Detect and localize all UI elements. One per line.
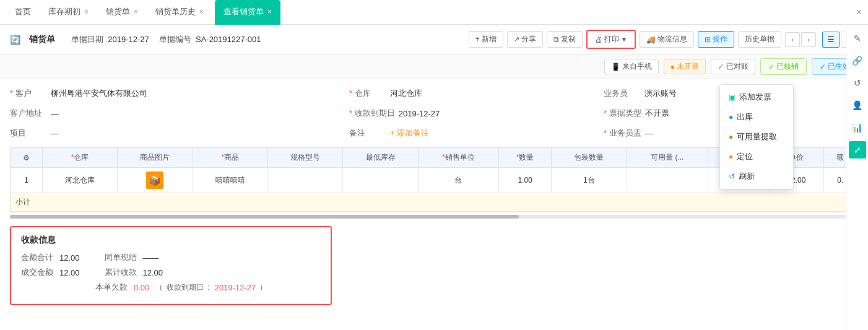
next-button[interactable]: ›: [801, 32, 816, 47]
menu-refresh[interactable]: ↺ 刷新: [720, 167, 793, 186]
payment-info-box: 收款信息 金额合计 12.00 同单现结 —— 成交金额 12.00 累计收款 …: [10, 226, 332, 305]
payment-row-1: 金额合计 12.00 同单现结 ——: [21, 252, 321, 263]
logistics-icon: 🚚: [646, 35, 656, 44]
payment-row-3: 本单欠款 0.00 （ 收款到期日 : 2019-12-27 ）: [21, 282, 321, 293]
outbound-icon: ●: [729, 113, 733, 121]
accumulated-field: 累计收款 12.00: [105, 267, 163, 278]
col-unit: *销售单位: [418, 148, 498, 168]
add-note-button[interactable]: + 添加备注: [386, 126, 436, 140]
agent-value: —: [641, 128, 691, 139]
tab-sales-order[interactable]: 销货单 ×: [97, 0, 147, 25]
menu-available-extract[interactable]: ● 可用量提取: [720, 127, 793, 147]
print-icon: 🖨: [595, 35, 602, 44]
total-amount-value: 12.00: [59, 253, 80, 263]
copy-button[interactable]: ⧉ 复制: [547, 31, 583, 48]
col-qty: *数量: [498, 148, 551, 168]
salesperson-value: 演示账号: [641, 87, 690, 100]
close-sales-history[interactable]: ×: [199, 7, 204, 16]
subtotal-row: 小计: [11, 193, 857, 212]
current-owed-field: 本单欠款 0.00 （ 收款到期日 : 2019-12-27 ）: [95, 282, 267, 293]
link-sidebar-icon[interactable]: 🔗: [849, 52, 866, 69]
payment-row-2: 成交金额 12.00 累计收款 12.00: [21, 267, 321, 278]
menu-add-invoice[interactable]: ▣ 添加发票: [720, 87, 793, 107]
print-button[interactable]: 🖨 打印 ▼: [589, 32, 633, 47]
doc-header: 🔄 销货单 单据日期 2019-12-27 单据编号 SA-20191227-0…: [0, 25, 868, 54]
locate-icon: ●: [729, 152, 733, 161]
number-label: 单据编号 SA-20191227-001: [159, 34, 261, 45]
menu-locate[interactable]: ● 定位: [720, 147, 793, 167]
sold-icon: ✓: [768, 63, 775, 71]
share-button[interactable]: ↗ 分享: [507, 31, 543, 48]
customer-field: * 客户 柳州粤港平安气体有限公司: [10, 87, 349, 100]
scroll-thumb: [10, 215, 519, 219]
close-sales-order[interactable]: ×: [134, 7, 138, 16]
transaction-amount-value: 12.00: [59, 268, 80, 277]
extract-icon: ●: [729, 132, 733, 141]
col-product: *商品: [193, 148, 267, 168]
doc-type-label: 销货单: [29, 34, 55, 45]
refresh-sidebar-icon[interactable]: ↺: [849, 74, 866, 92]
cell-pack-qty: 1台: [552, 168, 627, 193]
right-sidebar: ✎ 🔗 ↺ 👤 📊 ⤢: [846, 25, 868, 330]
menu-outbound[interactable]: ● 出库: [720, 107, 793, 127]
col-settings[interactable]: ⚙: [11, 148, 42, 168]
check-verified-button[interactable]: ✓ 已对账: [711, 59, 755, 74]
close-inventory-init[interactable]: ×: [84, 7, 89, 16]
cell-available: [627, 168, 708, 193]
horizontal-scrollbar[interactable]: [10, 215, 858, 219]
accumulated-value: 12.00: [143, 268, 163, 277]
sales-order-icon: 🔄: [10, 35, 20, 45]
add-invoice-icon: ▣: [729, 93, 736, 102]
from-mobile-button[interactable]: 📱 来自手机: [604, 59, 659, 74]
prev-button[interactable]: ‹: [785, 32, 800, 47]
number-value: SA-20191227-001: [196, 35, 261, 44]
ticket-type-value: 不开票: [641, 106, 691, 120]
current-owed-label: 本单欠款: [95, 282, 128, 293]
project-field: 项目 —: [10, 128, 349, 139]
settings-icon: ⚙: [23, 154, 30, 162]
note-field: 备注 + 添加备注: [349, 126, 604, 140]
tab-check-sales[interactable]: 查看销货单 ×: [215, 0, 280, 25]
total-amount-label: 金额合计: [21, 252, 53, 263]
operate-icon: ⊞: [705, 35, 711, 44]
cell-spec: [268, 168, 343, 193]
payment-title: 收款信息: [21, 235, 321, 246]
window-close-button[interactable]: ×: [856, 7, 862, 18]
tab-sales-history[interactable]: 销货单历史 ×: [147, 0, 212, 25]
check-label: 已对账: [726, 61, 749, 72]
edit-sidebar-icon[interactable]: ✎: [849, 30, 866, 47]
doc-meta: 单据日期 2019-12-27 单据编号 SA-20191227-001: [71, 34, 261, 45]
check-icon: ✓: [718, 62, 724, 71]
tab-inventory-init[interactable]: 库存期初 ×: [40, 0, 97, 25]
tab-home[interactable]: 首页: [6, 0, 40, 25]
list-view-button[interactable]: ☰: [822, 32, 840, 48]
expand-sidebar-icon[interactable]: ⤢: [849, 141, 866, 158]
warehouse-value: 河北仓库: [386, 87, 436, 100]
operate-button[interactable]: ⊞ 操作: [698, 31, 734, 48]
new-button[interactable]: + 新增: [469, 31, 503, 48]
cell-no: 1: [11, 168, 42, 193]
share-icon: ↗: [514, 35, 519, 43]
same-settlement-label: 同单现结: [105, 252, 137, 263]
close-check-sales[interactable]: ×: [267, 7, 272, 16]
cell-unit: 台: [418, 168, 498, 193]
history-button[interactable]: 历史单据: [738, 31, 781, 48]
total-amount-field: 金额合计 12.00: [21, 252, 80, 263]
address-value: —: [47, 108, 97, 119]
user-sidebar-icon[interactable]: 👤: [849, 97, 866, 114]
sold-out-button[interactable]: ✓ 已核销: [760, 58, 807, 75]
customer-value: 柳州粤港平安气体有限公司: [47, 87, 151, 100]
date-label: 单据日期 2019-12-27: [71, 34, 149, 45]
col-available: 可用量 (...: [627, 148, 708, 168]
header-actions: + 新增 ↗ 分享 ⧉ 复制 🖨 打印 ▼ 🚚 物流信息: [469, 30, 858, 49]
ticket-icon: ●: [671, 63, 675, 71]
graph-sidebar-icon[interactable]: 📊: [849, 119, 866, 136]
not-open-button[interactable]: ● 未开票: [664, 59, 706, 74]
col-warehouse: *仓库: [42, 148, 117, 168]
operate-dropdown-menu: ▣ 添加发票 ● 出库 ● 可用量提取 ● 定位 ↺ 刷新: [719, 84, 794, 189]
project-value: —: [47, 128, 97, 139]
logistics-button[interactable]: 🚚 物流信息: [640, 31, 694, 48]
col-product-img: 商品图片: [118, 148, 193, 168]
col-spec: 规格型号: [268, 148, 343, 168]
accumulated-label: 累计收款: [105, 267, 137, 278]
